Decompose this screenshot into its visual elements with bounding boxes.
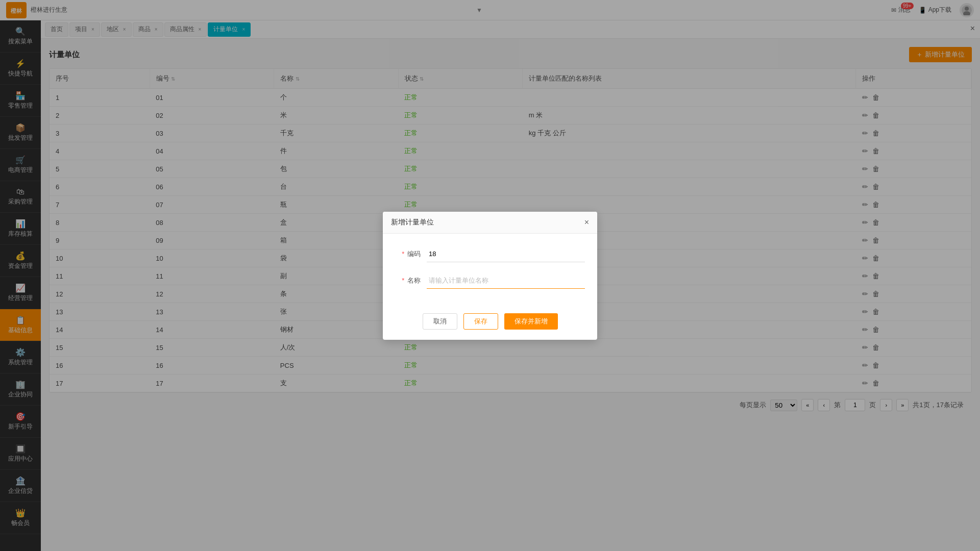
form-row-code: * 编码 — [395, 246, 585, 262]
modal-header: 新增计量单位 × — [383, 212, 597, 234]
code-required-mark: * — [402, 250, 404, 258]
code-input[interactable] — [427, 246, 585, 262]
modal-body: * 编码 * 名称 — [383, 234, 597, 307]
modal-footer: 取消 保存 保存并新增 — [383, 307, 597, 340]
name-label: * 名称 — [395, 276, 421, 285]
modal-overlay: 新增计量单位 × * 编码 * 名称 取消 保存 保存并新增 — [0, 0, 980, 551]
name-input[interactable] — [427, 272, 585, 289]
cancel-button[interactable]: 取消 — [423, 313, 457, 330]
modal-close-button[interactable]: × — [584, 218, 589, 227]
save-continue-button[interactable]: 保存并新增 — [504, 313, 558, 330]
modal-title: 新增计量单位 — [391, 218, 434, 227]
add-unit-modal: 新增计量单位 × * 编码 * 名称 取消 保存 保存并新增 — [383, 212, 597, 340]
form-row-name: * 名称 — [395, 272, 585, 289]
name-required-mark: * — [402, 277, 404, 284]
save-button[interactable]: 保存 — [463, 313, 498, 330]
code-label: * 编码 — [395, 249, 421, 259]
